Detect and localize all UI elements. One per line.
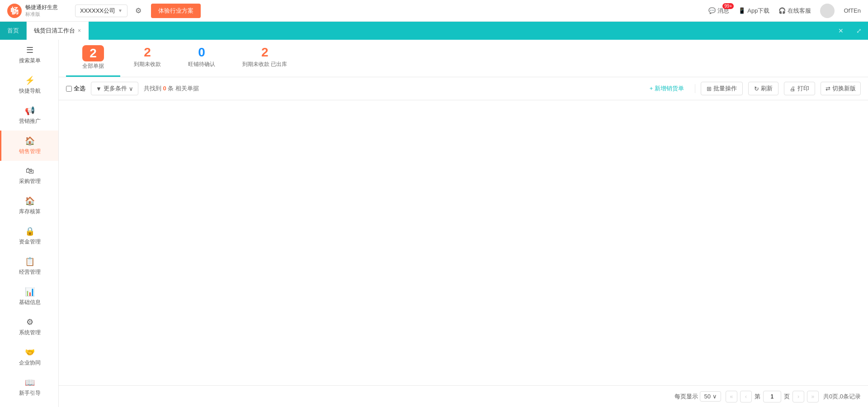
sales-icon: 🏠	[25, 136, 35, 146]
sidebar-item-quick-nav[interactable]: ⚡ 快捷导航	[0, 70, 58, 100]
sidebar-item-label: 经营管理	[19, 268, 41, 276]
sidebar-item-label: 库存核算	[19, 208, 41, 215]
tab-work[interactable]: 钱货日清工作台 ×	[27, 22, 89, 40]
inventory-icon: 🏠	[25, 196, 35, 206]
print-label: 打印	[797, 84, 809, 93]
stat-label-pending: 旺铺待确认	[188, 61, 215, 68]
sidebar-item-operation[interactable]: 📋 经营管理	[0, 251, 58, 281]
stat-num-overdue-out: 2	[261, 45, 269, 60]
result-suffix: 条	[168, 85, 174, 92]
sidebar-item-sales[interactable]: 🏠 销售管理	[0, 131, 58, 161]
toolbar: 全选 ▼ 更多条件 ∨ 共找到 0 条 相关单据 + 新增销货单 ⊞ 批量操作	[59, 77, 868, 100]
enterprise-icon: 🤝	[25, 347, 35, 357]
sidebar-item-label: 搜索菜单	[19, 57, 41, 65]
first-page-button[interactable]: «	[726, 391, 737, 402]
sidebar-item-inventory[interactable]: 🏠 库存核算	[0, 191, 58, 221]
avatar[interactable]	[820, 4, 835, 18]
sidebar-item-label: 销售管理	[19, 148, 41, 155]
page-controls: « ‹ 第 页 › »	[726, 391, 819, 402]
prev-page-button[interactable]: ‹	[740, 391, 752, 402]
message-button[interactable]: 💬 消息 99+	[708, 7, 729, 15]
window-maximize-button[interactable]: ⤢	[850, 22, 868, 40]
batch-action-button[interactable]: ⊞ 批量操作	[701, 82, 743, 95]
sidebar-item-finance[interactable]: 🔒 资金管理	[0, 221, 58, 251]
operation-icon: 📋	[25, 257, 35, 267]
stat-tab-overdue[interactable]: 2 到期未收款	[120, 40, 175, 77]
sidebar-item-label: 基础信息	[19, 299, 41, 306]
switch-new-version-button[interactable]: ⇄ 切换新版	[821, 82, 861, 95]
sidebar-item-enterprise[interactable]: 🤝 企业协同	[0, 342, 58, 372]
stat-tab-overdue-out[interactable]: 2 到期未收款 已出库	[229, 40, 301, 77]
filter-label: 更多条件	[104, 84, 127, 93]
sidebar-item-system[interactable]: ⚙ 系统管理	[0, 312, 58, 342]
tab-bar: 首页 钱货日清工作台 × ✕ ⤢	[0, 22, 868, 40]
page-size-label: 每页显示	[675, 393, 698, 401]
sidebar-item-basic-info[interactable]: 📊 基础信息	[0, 281, 58, 312]
stat-tab-pending[interactable]: 0 旺铺待确认	[175, 40, 229, 77]
headset-icon: 🎧	[778, 7, 786, 14]
select-all-checkbox[interactable]: 全选	[66, 84, 85, 93]
user-name[interactable]: OfTEn	[844, 7, 861, 14]
sidebar-item-label: 企业协同	[19, 359, 41, 367]
company-selector[interactable]: XXXXXX公司 ▼	[75, 5, 127, 17]
system-icon: ⚙	[26, 317, 33, 327]
logo-line2: 标准版	[25, 11, 58, 17]
sidebar-item-marketing[interactable]: 📢 营销推广	[0, 100, 58, 131]
last-page-button[interactable]: »	[807, 391, 819, 402]
online-service-button[interactable]: 🎧 在线客服	[778, 7, 811, 15]
dropdown-arrow-icon: ∨	[712, 393, 717, 400]
sidebar: ☰ 搜索菜单 ⚡ 快捷导航 📢 营销推广 🏠 销售管理 🛍 采购管理 🏠 库存核…	[0, 40, 59, 407]
company-name: XXXXXX公司	[80, 7, 115, 15]
pagination-footer: 每页显示 50 ∨ « ‹ 第 页 › » 共0页,0条记录	[59, 385, 868, 407]
logo-text: 畅捷通好生意 标准版	[25, 4, 58, 18]
page-size-dropdown[interactable]: 50 ∨	[700, 391, 721, 402]
stat-num-pending: 0	[198, 45, 205, 60]
sidebar-item-purchase[interactable]: 🛍 采购管理	[0, 161, 58, 191]
select-all-label: 全选	[74, 84, 85, 93]
page-size-selector: 每页显示 50 ∨	[675, 391, 721, 402]
tab-close-icon[interactable]: ×	[78, 28, 81, 34]
online-service-label: 在线客服	[788, 7, 811, 15]
sidebar-item-label: 快捷导航	[19, 87, 41, 95]
stat-label-overdue: 到期未收款	[134, 61, 161, 68]
phone-icon: 📱	[738, 7, 745, 14]
message-icon: 💬	[708, 7, 716, 14]
stat-num-overdue: 2	[144, 45, 151, 60]
stat-tab-all[interactable]: 2 全部单据	[66, 40, 120, 77]
guide-icon: 📖	[25, 378, 35, 388]
sidebar-item-label: 资金管理	[19, 238, 41, 246]
try-industry-button[interactable]: 体验行业方案	[151, 4, 201, 18]
app-download-button[interactable]: 📱 App下载	[738, 7, 769, 15]
page-number-input[interactable]	[763, 391, 781, 402]
print-button[interactable]: 🖨 打印	[784, 82, 815, 95]
add-sales-order-button[interactable]: + 新增销货单	[644, 82, 689, 95]
checkbox-input[interactable]	[66, 86, 72, 92]
sidebar-item-search[interactable]: ☰ 搜索菜单	[0, 40, 58, 70]
sidebar-item-label: 营销推广	[19, 117, 41, 125]
batch-icon: ⊞	[707, 85, 712, 92]
stat-label-all: 全部单据	[82, 62, 104, 70]
window-close-button[interactable]: ✕	[832, 22, 850, 40]
tab-spacer	[89, 22, 832, 40]
header-right: 💬 消息 99+ 📱 App下载 🎧 在线客服 OfTEn	[708, 4, 861, 18]
filter-button[interactable]: ▼ 更多条件 ∨	[91, 82, 138, 95]
sidebar-item-label: 采购管理	[19, 178, 41, 185]
empty-state	[59, 100, 868, 385]
top-header: 畅 畅捷通好生意 标准版 XXXXXX公司 ▼ ⚙ 体验行业方案 💬 消息 99…	[0, 0, 868, 22]
layout: ☰ 搜索菜单 ⚡ 快捷导航 📢 营销推广 🏠 销售管理 🛍 采购管理 🏠 库存核…	[0, 40, 868, 407]
refresh-button[interactable]: ↻ 刷新	[748, 82, 778, 95]
filter-icon: ▼	[96, 85, 102, 92]
sidebar-item-app-center[interactable]: 📦 应用中心	[0, 402, 58, 407]
sidebar-item-guide[interactable]: 📖 新手引导	[0, 372, 58, 402]
finance-icon: 🔒	[25, 226, 35, 236]
result-prefix: 共找到	[144, 85, 161, 92]
total-records-text: 共0页,0条记录	[823, 393, 861, 401]
stat-label-overdue-out: 到期未收款 已出库	[242, 61, 287, 68]
next-page-button[interactable]: ›	[793, 391, 804, 402]
sidebar-item-label: 新手引导	[19, 389, 41, 397]
print-icon: 🖨	[790, 85, 796, 92]
settings-icon-btn[interactable]: ⚙	[131, 4, 146, 18]
chevron-down-icon: ∨	[129, 85, 133, 92]
toolbar-right: + 新增销货单 ⊞ 批量操作 ↻ 刷新 🖨 打印 ⇄ 切换新版	[644, 82, 861, 95]
tab-home[interactable]: 首页	[0, 22, 27, 40]
